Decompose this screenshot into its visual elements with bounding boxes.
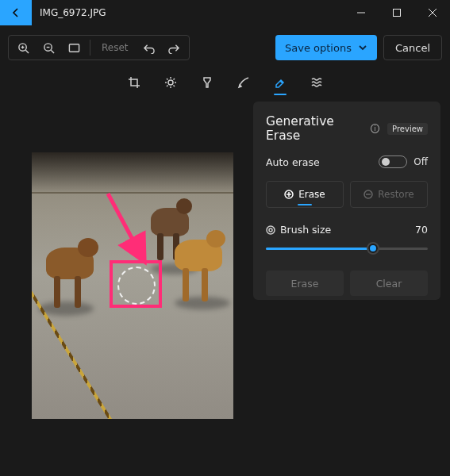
auto-erase-label: Auto erase <box>266 156 320 168</box>
svg-rect-1 <box>393 10 400 17</box>
svg-line-17 <box>167 79 168 80</box>
svg-line-5 <box>25 50 29 53</box>
close-button[interactable] <box>414 0 450 25</box>
redo-button[interactable] <box>163 36 186 59</box>
svg-point-27 <box>267 226 275 234</box>
undo-button[interactable] <box>138 36 160 59</box>
tab-erase[interactable] <box>272 75 288 90</box>
window-title: IMG_6972.JPG <box>32 0 343 25</box>
editing-tabs <box>0 75 450 95</box>
cancel-button[interactable]: Cancel <box>383 35 442 60</box>
canvas-area <box>0 95 253 476</box>
toolbar-divider <box>90 40 90 56</box>
panel-title: Generative Erase <box>266 114 366 143</box>
svg-line-9 <box>51 50 54 53</box>
svg-line-18 <box>173 86 175 87</box>
clear-action-button[interactable]: Clear <box>350 271 428 296</box>
svg-line-19 <box>167 86 168 87</box>
remove-icon <box>363 190 373 199</box>
svg-line-20 <box>173 79 175 80</box>
back-button[interactable] <box>0 0 32 25</box>
minimize-button[interactable] <box>343 0 379 25</box>
generative-erase-panel: Generative Erase i Preview Auto erase Of… <box>253 102 440 300</box>
main-area: Generative Erase i Preview Auto erase Of… <box>0 95 450 476</box>
auto-erase-toggle[interactable] <box>379 155 407 168</box>
zoom-group: Reset <box>8 35 190 60</box>
reset-button[interactable]: Reset <box>95 42 135 53</box>
tab-background[interactable] <box>309 75 325 90</box>
photo-canvas[interactable] <box>32 152 233 419</box>
add-icon <box>284 190 294 199</box>
brush-size-label: Brush size <box>280 224 331 236</box>
tab-filter[interactable] <box>199 75 215 90</box>
tab-markup[interactable] <box>236 75 252 90</box>
save-options-button[interactable]: Save options <box>275 35 377 60</box>
svg-rect-11 <box>69 44 79 51</box>
annotation-arrow <box>102 189 157 271</box>
svg-line-21 <box>108 194 143 259</box>
zoom-in-button[interactable] <box>12 36 34 59</box>
auto-erase-state: Off <box>413 156 428 167</box>
erase-action-button[interactable]: Erase <box>266 271 344 296</box>
top-toolbar: Reset Save options Cancel <box>8 32 442 63</box>
restore-mode-button[interactable]: Restore <box>350 181 428 208</box>
tab-adjust[interactable] <box>163 75 179 90</box>
erase-mode-button[interactable]: Erase <box>266 181 344 208</box>
info-icon[interactable]: i <box>371 124 379 133</box>
brush-cursor <box>117 267 156 305</box>
maximize-button[interactable] <box>379 0 414 25</box>
preview-badge: Preview <box>387 123 428 135</box>
brush-size-value: 70 <box>415 224 428 236</box>
save-options-label: Save options <box>285 42 352 54</box>
window-controls <box>343 0 450 25</box>
brush-size-slider[interactable] <box>266 242 428 255</box>
chevron-down-icon <box>358 43 367 52</box>
titlebar: IMG_6972.JPG <box>0 0 450 25</box>
fit-button[interactable] <box>63 36 85 59</box>
tab-crop[interactable] <box>126 75 142 90</box>
brush-size-icon <box>266 225 275 235</box>
svg-point-12 <box>168 80 173 85</box>
zoom-out-button[interactable] <box>37 36 60 59</box>
svg-point-28 <box>269 228 272 232</box>
